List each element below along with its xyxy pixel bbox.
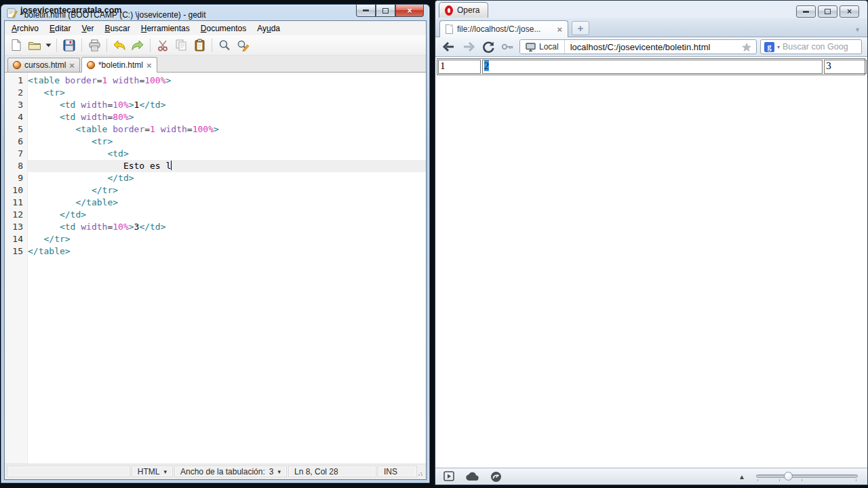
- code-text: <table border=1 width=100%>: [28, 123, 426, 136]
- code-text: <td width=10%>1</td>: [28, 99, 426, 111]
- opera-menu-button[interactable]: Opera: [439, 2, 488, 18]
- paste-button[interactable]: [191, 37, 208, 54]
- code-line-12[interactable]: 12 </td>: [5, 209, 426, 221]
- code-line-2[interactable]: 2 <tr>: [5, 87, 426, 99]
- tab-close-icon[interactable]: ×: [557, 25, 562, 34]
- browser-tab[interactable]: file://localhost/C:/jose... ×: [439, 20, 568, 37]
- line-number: 2: [5, 87, 28, 99]
- code-line-5[interactable]: 5 <table border=1 width=100%>: [5, 123, 426, 136]
- opera-link-cloud-icon[interactable]: [466, 472, 479, 481]
- url-text[interactable]: localhost/C:/josevicente/boletin.html: [565, 42, 741, 52]
- redo-icon: [131, 39, 144, 51]
- code-line-7[interactable]: 7 <td>: [5, 148, 426, 160]
- code-line-1[interactable]: 1<table border=1 width=100%>: [5, 75, 426, 87]
- reload-button[interactable]: [480, 39, 496, 54]
- print-button[interactable]: [85, 37, 103, 54]
- open-dropdown-button[interactable]: [44, 37, 53, 54]
- find-button[interactable]: [216, 37, 233, 54]
- search-box[interactable]: g ▾ Buscar con Goog: [760, 39, 862, 54]
- zoom-slider-track[interactable]: [756, 474, 858, 478]
- opera-turbo-icon[interactable]: [490, 471, 502, 483]
- zoom-slider-ticks: [757, 479, 856, 481]
- menu-documentos[interactable]: Documentos: [195, 22, 252, 35]
- bookmark-star-icon[interactable]: [741, 42, 752, 52]
- new-tab-button[interactable]: +: [572, 21, 589, 35]
- language-mode-dropdown[interactable]: HTML ▾: [132, 466, 173, 477]
- paste-icon: [194, 39, 205, 52]
- toolbar-separator: [56, 39, 57, 52]
- menu-ver[interactable]: Ver: [76, 22, 99, 35]
- opera-navigation-bar: Local localhost/C:/josevicente/boletin.h…: [435, 37, 867, 57]
- cut-button[interactable]: [154, 37, 172, 54]
- page-table-cell[interactable]: 2: [482, 60, 823, 74]
- tab-close-icon[interactable]: ×: [146, 61, 152, 70]
- gedit-body: ArchivoEditarVerBuscarHerramientasDocume…: [4, 20, 427, 480]
- find-replace-button[interactable]: [234, 37, 252, 54]
- save-button[interactable]: [60, 37, 78, 54]
- code-line-3[interactable]: 3 <td width=10%>1</td>: [5, 99, 426, 111]
- redo-button[interactable]: [129, 37, 146, 54]
- editor-tab-boletin.html[interactable]: *boletin.html×: [81, 57, 157, 73]
- menu-ayuda[interactable]: Ayuda: [252, 22, 285, 35]
- page-table-cell[interactable]: 3: [824, 60, 867, 74]
- restore-button[interactable]: [818, 5, 837, 18]
- forward-button[interactable]: [460, 39, 477, 54]
- selected-text[interactable]: 2: [484, 60, 490, 71]
- close-button[interactable]: ×: [840, 5, 859, 18]
- code-line-11[interactable]: 11 </table>: [5, 197, 426, 209]
- restore-button[interactable]: [376, 5, 395, 17]
- code-text: <tr>: [28, 136, 426, 148]
- zoom-slider[interactable]: [756, 472, 858, 481]
- opera-tabbar: file://localhost/C:/jose... × + ▼: [435, 18, 867, 37]
- page-table-cell[interactable]: 1: [438, 60, 481, 74]
- code-line-4[interactable]: 4 <td width=80%>: [5, 111, 426, 123]
- code-editor[interactable]: 1<table border=1 width=100%>2 <tr>3 <td …: [5, 73, 426, 464]
- menu-herramientas[interactable]: Herramientas: [136, 22, 195, 35]
- code-line-13[interactable]: 13 <td width=10%>3</td>: [5, 221, 426, 233]
- copy-button[interactable]: [172, 37, 190, 54]
- line-number: 3: [5, 99, 28, 111]
- minimize-button[interactable]: [796, 5, 816, 18]
- resize-grip[interactable]: [418, 471, 423, 476]
- zoom-menu-icon[interactable]: ▲: [738, 473, 745, 481]
- tab-list-chevron-icon[interactable]: ▼: [854, 26, 861, 33]
- plus-icon: +: [578, 23, 584, 33]
- insert-mode-indicator[interactable]: INS: [378, 466, 417, 477]
- protocol-badge[interactable]: Local: [520, 40, 565, 54]
- forward-icon: [462, 41, 475, 53]
- code-line-14[interactable]: 14 </tr>: [5, 233, 426, 245]
- save-icon: [63, 39, 75, 52]
- menu-archivo[interactable]: Archivo: [6, 22, 44, 35]
- line-number: 5: [5, 123, 28, 136]
- code-text: </tr>: [28, 184, 426, 197]
- undo-button[interactable]: [111, 37, 128, 54]
- tab-close-icon[interactable]: ×: [69, 61, 75, 70]
- text-cursor: [171, 161, 172, 170]
- line-number: 9: [5, 172, 28, 184]
- editor-tab-cursos.html[interactable]: cursos.html×: [7, 58, 80, 72]
- menu-buscar[interactable]: Buscar: [99, 22, 135, 35]
- address-bar[interactable]: Local localhost/C:/josevicente/boletin.h…: [519, 39, 757, 54]
- tab-label: cursos.html: [24, 60, 66, 70]
- menu-editar[interactable]: Editar: [44, 22, 76, 35]
- panel-toggle-icon[interactable]: [443, 471, 455, 482]
- open-folder-button[interactable]: [26, 37, 43, 54]
- line-number: 8: [5, 160, 28, 172]
- search-engine-caret-icon[interactable]: ▾: [777, 44, 780, 50]
- password-wand-button[interactable]: [500, 39, 516, 54]
- code-line-6[interactable]: 6 <tr>: [5, 136, 426, 148]
- gedit-window: *boletin.html (BOOTCAMP (C:) \josevicent…: [1, 4, 430, 483]
- back-button[interactable]: [441, 39, 457, 54]
- new-document-button[interactable]: [7, 37, 25, 54]
- gedit-app-icon: [7, 8, 18, 18]
- toolbar-separator: [106, 39, 107, 52]
- code-line-8[interactable]: 8 Esto es l: [5, 160, 426, 172]
- code-line-15[interactable]: 15</table>: [5, 245, 426, 258]
- code-line-10[interactable]: 10 </tr>: [5, 184, 426, 197]
- code-line-9[interactable]: 9 </td>: [5, 172, 426, 184]
- zoom-slider-handle[interactable]: [784, 472, 793, 481]
- minimize-button[interactable]: [356, 5, 376, 17]
- tab-width-dropdown[interactable]: Ancho de la tabulación: 3 ▾: [174, 466, 287, 477]
- close-button[interactable]: ×: [395, 5, 424, 17]
- restore-icon: [382, 8, 389, 14]
